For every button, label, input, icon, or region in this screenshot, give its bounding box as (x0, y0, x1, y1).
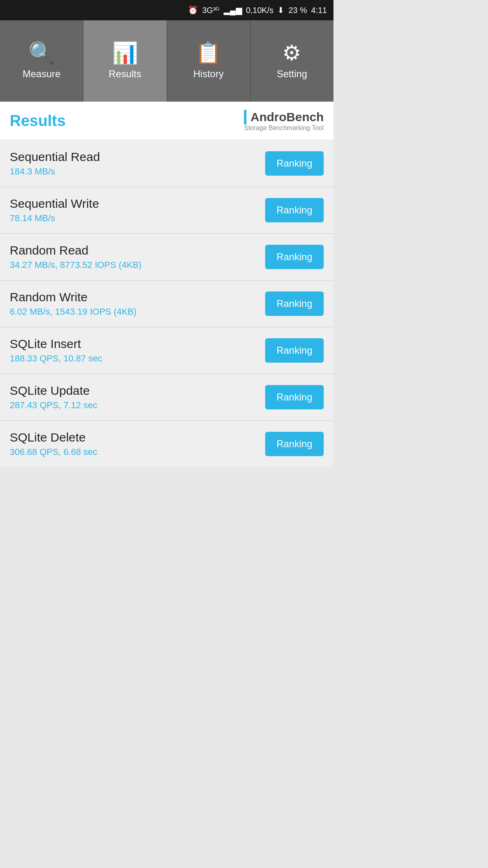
tab-setting-label: Setting (277, 68, 307, 80)
ranking-button-sqlite-insert[interactable]: Ranking (265, 338, 324, 363)
bench-value: 287.43 QPS, 7.12 sec (10, 400, 97, 411)
ranking-button-seq-read[interactable]: Ranking (265, 151, 324, 176)
bench-info: Random Write 6.02 MB/s, 1543.19 IOPS (4K… (10, 290, 137, 317)
bench-name: Sequential Read (10, 150, 100, 164)
battery-level: 23 % (288, 6, 307, 15)
bench-info: SQLite Delete 306.68 QPS, 6.68 sec (10, 431, 97, 457)
bench-name: Sequential Write (10, 197, 99, 211)
bench-info: Sequential Read 184.3 MB/s (10, 150, 100, 177)
setting-icon: ⚙ (282, 42, 301, 63)
clock-time: 4:11 (311, 6, 327, 15)
bench-info: Random Read 34.27 MB/s, 8773.52 IOPS (4K… (10, 244, 142, 270)
bench-name: SQLite Insert (10, 337, 102, 351)
status-bar: ⏰ 3G³ᴳ ▂▄▆ 0,10K/s ⬇ 23 % 4:11 (0, 0, 333, 20)
signal-bars: ▂▄▆ (224, 5, 242, 15)
results-icon: 📊 (112, 42, 138, 63)
bench-info: SQLite Insert 188.33 QPS, 10.87 sec (10, 337, 102, 364)
benchmark-row: SQLite Delete 306.68 QPS, 6.68 sec Ranki… (0, 421, 333, 467)
benchmark-row: Random Write 6.02 MB/s, 1543.19 IOPS (4K… (0, 281, 333, 327)
history-icon: 📋 (195, 42, 222, 63)
logo-bar-decoration (244, 110, 246, 124)
tab-measure[interactable]: 🔍 Measure (0, 20, 83, 102)
bench-value: 188.33 QPS, 10.87 sec (10, 353, 102, 364)
page-title: Results (10, 112, 65, 130)
benchmark-row: Sequential Write 78.14 MB/s Ranking (0, 187, 333, 234)
bench-name: SQLite Delete (10, 431, 97, 444)
results-header: Results AndroBench Storage Benchmarking … (0, 102, 333, 140)
ranking-button-sqlite-delete[interactable]: Ranking (265, 432, 324, 456)
network-type: 3G³ᴳ (202, 5, 220, 15)
bench-value: 78.14 MB/s (10, 213, 99, 224)
logo-subtitle: Storage Benchmarking Tool (244, 124, 324, 132)
bench-value: 6.02 MB/s, 1543.19 IOPS (4KB) (10, 307, 137, 317)
tab-results[interactable]: 📊 Results (83, 20, 167, 102)
ranking-button-rand-read[interactable]: Ranking (265, 245, 324, 269)
bench-value: 184.3 MB/s (10, 166, 100, 177)
bench-value: 306.68 QPS, 6.68 sec (10, 447, 97, 457)
bench-info: SQLite Update 287.43 QPS, 7.12 sec (10, 384, 97, 411)
tab-measure-label: Measure (22, 68, 60, 80)
tab-history-label: History (193, 68, 224, 80)
tab-history[interactable]: 📋 History (167, 20, 251, 102)
benchmark-list: Sequential Read 184.3 MB/s Ranking Seque… (0, 140, 333, 467)
nav-tabs: 🔍 Measure 📊 Results 📋 History ⚙ Setting (0, 20, 333, 102)
tab-setting[interactable]: ⚙ Setting (251, 20, 333, 102)
logo-name: AndroBench (244, 110, 324, 124)
benchmark-row: Random Read 34.27 MB/s, 8773.52 IOPS (4K… (0, 234, 333, 281)
benchmark-row: SQLite Update 287.43 QPS, 7.12 sec Ranki… (0, 374, 333, 421)
bench-name: Random Write (10, 290, 137, 304)
ranking-button-rand-write[interactable]: Ranking (265, 292, 324, 316)
bench-info: Sequential Write 78.14 MB/s (10, 197, 99, 224)
benchmark-row: SQLite Insert 188.33 QPS, 10.87 sec Rank… (0, 327, 333, 374)
alarm-icon: ⏰ (188, 5, 198, 15)
measure-icon: 🔍 (28, 42, 55, 63)
bench-value: 34.27 MB/s, 8773.52 IOPS (4KB) (10, 260, 142, 270)
download-icon: ⬇ (277, 5, 284, 15)
benchmark-row: Sequential Read 184.3 MB/s Ranking (0, 140, 333, 187)
bench-name: Random Read (10, 244, 142, 257)
tab-results-label: Results (109, 68, 141, 80)
ranking-button-seq-write[interactable]: Ranking (265, 198, 324, 222)
bench-name: SQLite Update (10, 384, 97, 398)
ranking-button-sqlite-update[interactable]: Ranking (265, 385, 324, 409)
logo-area: AndroBench Storage Benchmarking Tool (244, 110, 324, 132)
network-speed: 0,10K/s (246, 6, 274, 15)
